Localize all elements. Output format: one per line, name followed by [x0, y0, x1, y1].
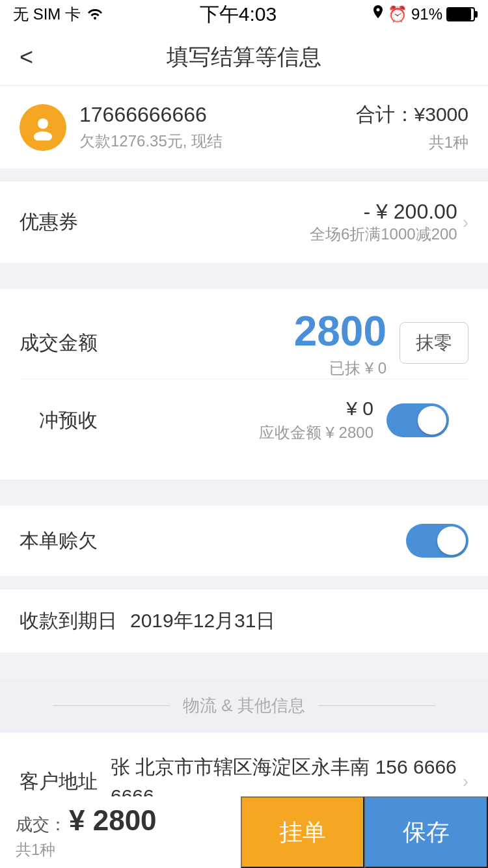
customer-count: 共1种	[356, 132, 468, 153]
due-date-section: 收款到期日 2019年12月31日	[0, 589, 488, 653]
customer-info: 17666666666 欠款1276.35元, 现结	[79, 103, 223, 152]
customer-left: 17666666666 欠款1276.35元, 现结	[20, 103, 223, 152]
debt-section: 本单赊欠	[0, 506, 488, 576]
debt-label: 本单赊欠	[20, 528, 98, 554]
coupon-detail: 全场6折满1000减200	[310, 224, 457, 245]
page-title: 填写结算等信息	[167, 42, 321, 72]
amount-right: 2800 已抹 ¥ 0 抹零	[294, 307, 468, 379]
coupon-right: - ¥ 200.00 全场6折满1000减200 ›	[310, 200, 468, 245]
bottom-amount: ¥ 2800	[69, 804, 157, 837]
round-button[interactable]: 抹零	[400, 322, 468, 364]
battery-icon	[446, 7, 475, 21]
amount-value-wrap: 2800 已抹 ¥ 0	[294, 307, 386, 379]
due-date-label: 收款到期日	[20, 608, 117, 634]
amount-label: 成交金额	[20, 330, 98, 357]
address-chevron-icon: ›	[463, 771, 468, 792]
alarm-icon: ⏰	[388, 5, 407, 23]
save-button[interactable]: 保存	[364, 796, 488, 868]
gray-divider-2	[0, 493, 488, 506]
gray-divider-3	[0, 666, 488, 679]
due-date-value: 2019年12月31日	[130, 608, 275, 634]
coupon-section: 优惠券 - ¥ 200.00 全场6折满1000减200 ›	[0, 182, 488, 263]
svg-point-1	[34, 131, 52, 141]
avatar	[20, 104, 66, 151]
amount-section: 成交金额 2800 已抹 ¥ 0 抹零 冲预收 ¥ 0 应收金额 ¥ 2800	[0, 289, 488, 480]
location-icon	[372, 5, 384, 23]
svg-point-0	[38, 118, 48, 129]
customer-phone: 17666666666	[79, 103, 223, 127]
prepay-row: 冲预收 ¥ 0 应收金额 ¥ 2800	[20, 379, 468, 461]
gray-divider-1	[0, 276, 488, 289]
content: 17666666666 欠款1276.35元, 现结 合计：¥3000 共1种 …	[0, 86, 488, 868]
customer-total: 合计：¥3000	[356, 102, 468, 128]
status-right: ⏰ 91%	[372, 5, 475, 23]
debt-toggle-knob	[437, 526, 466, 555]
bottom-summary-label: 成交：	[16, 813, 66, 836]
customer-right: 合计：¥3000 共1种	[356, 102, 468, 153]
battery-label: 91%	[411, 5, 442, 23]
bottom-bar: 成交： ¥ 2800 共1种 挂单 保存	[0, 796, 488, 868]
prepay-right: ¥ 0 应收金额 ¥ 2800	[259, 398, 449, 443]
wifi-icon	[86, 5, 104, 23]
coupon-chevron-icon: ›	[463, 212, 468, 233]
address-label: 客户地址	[20, 768, 98, 795]
coupon-amount: - ¥ 200.00	[310, 200, 457, 224]
back-button[interactable]: <	[20, 44, 59, 71]
prepay-amount-wrap: ¥ 0 应收金额 ¥ 2800	[259, 398, 373, 443]
logistics-section-label: 物流 & 其他信息	[0, 679, 488, 733]
customer-debt: 欠款1276.35元, 现结	[79, 131, 223, 152]
prepay-amount: ¥ 0	[259, 398, 373, 420]
customer-card: 17666666666 欠款1276.35元, 现结 合计：¥3000 共1种	[0, 86, 488, 169]
bottom-count: 共1种	[16, 839, 225, 860]
prepay-toggle[interactable]	[386, 403, 449, 437]
bottom-summary: 成交： ¥ 2800 共1种	[0, 804, 241, 860]
logistics-label-text: 物流 & 其他信息	[183, 694, 305, 717]
coupon-label: 优惠券	[20, 209, 78, 236]
hold-button[interactable]: 挂单	[241, 796, 364, 868]
toggle-knob	[418, 406, 446, 435]
time-label: 下午4:03	[200, 1, 277, 28]
prepay-label: 冲预收	[39, 407, 98, 434]
amount-sub: 已抹 ¥ 0	[294, 358, 386, 379]
amount-value: 2800	[294, 307, 386, 355]
nav-bar: < 填写结算等信息	[0, 29, 488, 86]
amount-row: 成交金额 2800 已抹 ¥ 0 抹零	[20, 307, 468, 379]
status-bar: 无 SIM 卡 下午4:03 ⏰ 91%	[0, 0, 488, 29]
debt-toggle[interactable]	[406, 524, 468, 558]
prepay-sub: 应收金额 ¥ 2800	[259, 422, 373, 443]
status-left: 无 SIM 卡	[13, 4, 104, 25]
carrier-label: 无 SIM 卡	[13, 4, 81, 25]
coupon-row[interactable]: 优惠券 - ¥ 200.00 全场6折满1000减200 ›	[0, 182, 488, 263]
